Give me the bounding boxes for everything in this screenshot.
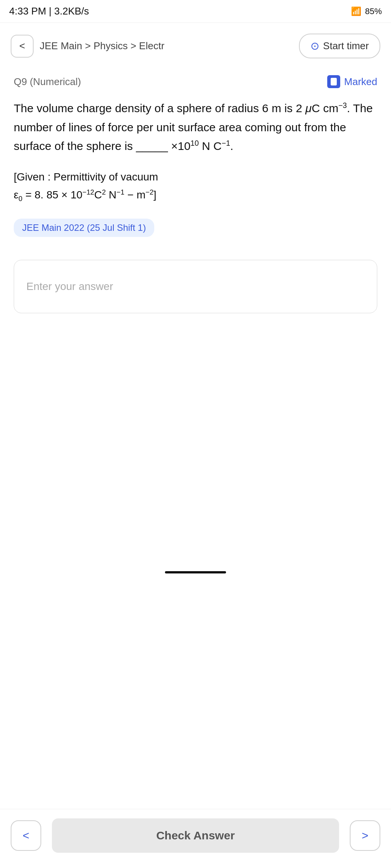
bottom-bar: < Check Answer >	[0, 809, 391, 868]
tag-chip: JEE Main 2022 (25 Jul Shift 1)	[14, 219, 154, 237]
prev-button[interactable]: <	[11, 820, 41, 851]
back-icon: <	[19, 40, 25, 52]
start-timer-button[interactable]: ⊙ Start timer	[299, 34, 380, 58]
network-icon: 📶	[351, 6, 361, 16]
epsilon-formula: ε0 = 8. 85 × 10−12C2 N−1 − m−2]	[14, 189, 157, 201]
answer-input-area[interactable]: Enter your answer	[14, 260, 377, 313]
next-icon: >	[362, 829, 368, 842]
status-bar: 4:33 PM | 3.2KB/s 📶 85%	[0, 0, 391, 23]
battery-level: 85%	[365, 6, 382, 16]
given-box: [Given : Permittivity of vacuum ε0 = 8. …	[14, 168, 377, 205]
timer-icon: ⊙	[310, 40, 319, 52]
status-right: 📶 85%	[351, 6, 382, 16]
question-label: Q9 (Numerical)	[14, 76, 81, 88]
next-button[interactable]: >	[350, 820, 380, 851]
breadcrumb: JEE Main > Physics > Electr	[40, 40, 165, 52]
status-time: 4:33 PM | 3.2KB/s	[9, 5, 89, 17]
home-indicator	[165, 571, 226, 573]
prev-icon: <	[23, 829, 29, 842]
question-area: Q9 (Numerical) Marked The volume charge …	[0, 66, 391, 338]
top-nav: < JEE Main > Physics > Electr ⊙ Start ti…	[0, 23, 391, 66]
back-button[interactable]: <	[11, 35, 34, 58]
nav-left: < JEE Main > Physics > Electr	[11, 35, 165, 58]
question-meta: Q9 (Numerical) Marked	[14, 75, 377, 88]
marked-icon	[327, 75, 340, 88]
question-text: The volume charge density of a sphere of…	[14, 99, 377, 156]
marked-badge: Marked	[327, 75, 377, 88]
answer-box-wrapper: Enter your answer	[14, 260, 377, 313]
start-timer-label: Start timer	[323, 40, 369, 52]
spacer	[0, 338, 391, 567]
marked-label: Marked	[344, 76, 377, 88]
answer-placeholder: Enter your answer	[26, 280, 113, 293]
check-answer-button[interactable]: Check Answer	[52, 818, 339, 853]
